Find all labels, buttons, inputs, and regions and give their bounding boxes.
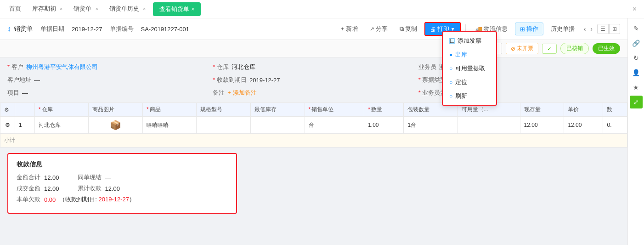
payment-row-2: 成交金额 12.00 累计收款 12.00 [17, 184, 228, 193]
col-header-product: *商品 [142, 103, 197, 117]
transaction-item: 成交金额 12.00 [17, 184, 59, 193]
row-pack-qty: 1台 [404, 117, 458, 134]
settlement-item: 同单现结 — [78, 173, 111, 182]
tab-sales-history[interactable]: 销货单历史 × [104, 0, 151, 18]
doc-type-label: 销货单 [14, 25, 33, 33]
no-value: SA-20191227-001 [141, 26, 190, 33]
add-button[interactable]: + 新增 [336, 23, 362, 35]
warehouse-value: 河北仓库 [232, 63, 255, 71]
payment-row-3: 本单欠款 0.00 （收款到期日: 2019-12-27） [17, 195, 228, 204]
out-warehouse-icon: ● [449, 51, 452, 58]
dropdown-out-warehouse[interactable]: ● 出库 [443, 48, 496, 62]
row-product: 嘻嘻嘻嘻 [142, 117, 197, 134]
subtotal-label: 小计 [0, 134, 627, 148]
table-container: ⚙ *仓库 商品图片 *商品 规格型号 最低库存 *销售单位 *数量 包装数量 … [0, 103, 627, 148]
list-view-button[interactable]: ☰ [597, 24, 609, 34]
dropdown-add-invoice[interactable]: ☐ 添加发票 [443, 34, 496, 48]
sub-toolbar: 📱 来自手机 ⊘ 未开票 ✓ 已核销 已生效 [0, 40, 627, 57]
right-sidebar: ✎ 🔗 ↻ 👤 ★ ⤢ [627, 18, 644, 245]
table-row: ⚙ 1 河北仓库 📦 嘻嘻嘻嘻 台 1.00 1台 12.00 [0, 117, 627, 134]
content-area: ↕ 销货单 单据日期 2019-12-27 单据编号 SA-20191227-0… [0, 18, 627, 214]
operate-button[interactable]: ⊞ 操作 [515, 23, 543, 35]
transaction-label: 成交金额 [17, 184, 40, 193]
row-current-qty: 12.00 [520, 117, 564, 134]
transaction-value: 12.00 [44, 185, 59, 192]
tab-inventory-init[interactable]: 库存期初 × [27, 0, 68, 18]
form-row-1: 客户 柳州粤港平安气体有限公司 仓库 河北仓库 业务员 演示账号 [7, 63, 620, 71]
close-tab-history[interactable]: × [143, 6, 146, 11]
copy-button[interactable]: ⧉ 复制 [395, 23, 422, 35]
close-all-tabs[interactable]: × [629, 5, 640, 13]
row-gear[interactable]: ⚙ [0, 117, 15, 134]
not-opened-button[interactable]: ⊘ 未开票 [506, 43, 538, 54]
row-spec [197, 117, 251, 134]
close-tab-view-sales[interactable]: × [191, 6, 194, 12]
copy-icon: ⧉ [400, 25, 404, 33]
add-invoice-icon: ☐ [449, 38, 455, 44]
close-tab-sales[interactable]: × [95, 6, 98, 11]
col-header-current-qty: 现存量 [520, 103, 564, 117]
address-label: 客户地址 [7, 76, 31, 84]
history-button[interactable]: 历史单据 [546, 23, 579, 35]
address-value: — [34, 77, 40, 84]
balance-item: 本单欠款 0.00 （收款到期日: 2019-12-27） [17, 195, 135, 204]
address-field: 客户地址 — [7, 76, 209, 84]
table-subtotal-row: 小计 [0, 134, 627, 148]
tab-home[interactable]: 首页 [4, 0, 27, 18]
doc-icon: ↕ [7, 25, 11, 33]
sidebar-user-icon[interactable]: 👤 [630, 66, 643, 79]
data-table: ⚙ *仓库 商品图片 *商品 规格型号 最低库存 *销售单位 *数量 包装数量 … [0, 103, 627, 148]
dropdown-available-qty[interactable]: ○ 可用量提取 [443, 62, 496, 75]
warehouse-label: 仓库 [213, 63, 229, 71]
sidebar-refresh-icon[interactable]: ↻ [630, 51, 643, 64]
verified-button[interactable]: 已核销 [560, 43, 589, 54]
confirm-button[interactable]: ✓ [542, 44, 557, 54]
sidebar-star-icon[interactable]: ★ [630, 81, 643, 94]
project-label: 项目 [7, 89, 19, 97]
settlement-value: — [105, 174, 111, 181]
refresh-icon: ○ [449, 93, 452, 99]
col-header-amount: 数 [603, 103, 627, 117]
form-row-2: 客户地址 — 收款到期日 2019-12-27 票据类型 不开票 [7, 76, 620, 84]
prev-doc-button[interactable]: ‹ [582, 24, 588, 34]
table-header-row: ⚙ *仓库 商品图片 *商品 规格型号 最低库存 *销售单位 *数量 包装数量 … [0, 103, 627, 117]
dropdown-refresh[interactable]: ○ 刷新 [443, 89, 496, 103]
payment-date-field: 收款到期日 2019-12-27 [213, 76, 414, 84]
col-header-unit-price: 单价 [564, 103, 603, 117]
row-min-stock [251, 117, 305, 134]
row-seq: 1 [15, 117, 35, 134]
customer-value[interactable]: 柳州粤港平安气体有限公司 [26, 63, 98, 71]
doc-title: ↕ 销货单 [7, 25, 33, 33]
remark-field: 备注 + 添加备注 [213, 89, 414, 97]
total-value: 12.00 [44, 174, 59, 181]
cumulative-item: 累计收款 12.00 [78, 184, 120, 193]
col-header-min-stock: 最低库存 [251, 103, 305, 117]
customer-field: 客户 柳州粤港平安气体有限公司 [7, 63, 209, 71]
next-doc-button[interactable]: › [588, 24, 594, 34]
share-button[interactable]: ↗ 分享 [365, 23, 392, 35]
form-section: 客户 柳州粤港平安气体有限公司 仓库 河北仓库 业务员 演示账号 客户地址 — [0, 57, 627, 103]
project-value: — [22, 90, 28, 97]
sidebar-link-icon[interactable]: 🔗 [630, 37, 643, 50]
close-tab-inventory[interactable]: × [60, 6, 62, 11]
total-item: 金额合计 12.00 [17, 173, 59, 182]
dropdown-locate[interactable]: ○ 定位 [443, 75, 496, 89]
tab-view-sales[interactable]: 查看销货单 × [153, 2, 201, 16]
row-available [458, 117, 520, 134]
payment-title: 收款信息 [17, 160, 228, 169]
sidebar-expand-icon[interactable]: ⤢ [630, 96, 643, 108]
remark-add[interactable]: + 添加备注 [227, 89, 256, 97]
balance-label: 本单欠款 [17, 195, 40, 204]
ticket-icon: ⊘ [511, 46, 515, 52]
col-header-spec: 规格型号 [197, 103, 251, 117]
share-icon: ↗ [370, 26, 374, 32]
tab-sales-order[interactable]: 销货单 × [68, 0, 103, 18]
grid-view-button[interactable]: ⊞ [609, 24, 620, 34]
doc-meta: 单据日期 2019-12-27 单据编号 SA-20191227-001 [40, 25, 189, 33]
col-header-warehouse: *仓库 [34, 103, 89, 117]
print-dropdown-arrow[interactable]: ▼ [451, 27, 455, 32]
balance-value: 0.00 [44, 196, 56, 203]
locate-icon: ○ [449, 79, 452, 85]
effective-button[interactable]: 已生效 [593, 43, 620, 54]
sidebar-edit-icon[interactable]: ✎ [630, 22, 643, 35]
